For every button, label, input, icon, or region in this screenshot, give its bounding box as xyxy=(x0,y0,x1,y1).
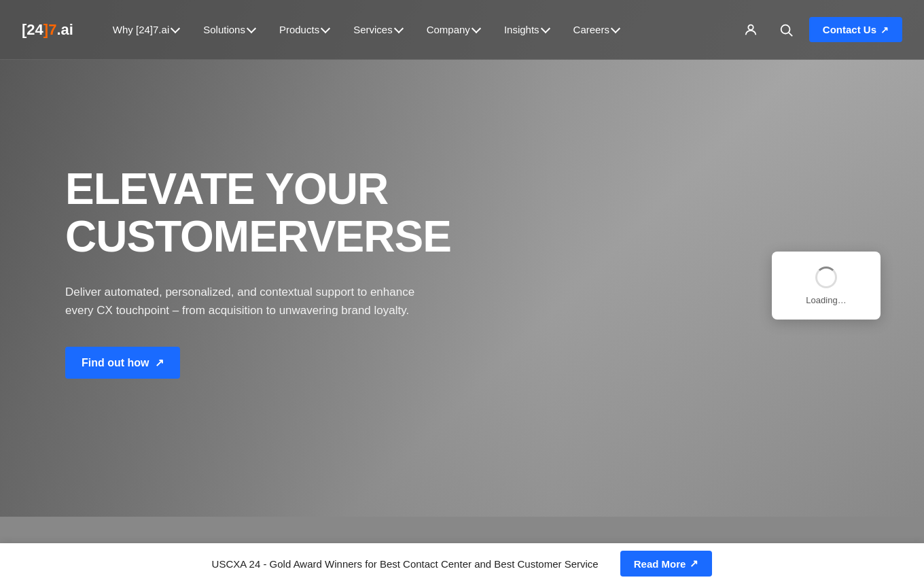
logo-ai: .ai xyxy=(56,21,73,39)
nav-item-services[interactable]: Services xyxy=(341,0,414,60)
arrow-icon: ↗ xyxy=(690,557,698,570)
search-icon xyxy=(779,22,794,37)
logo[interactable]: [ 24 ]7 .ai xyxy=(22,21,73,39)
nav-item-careers[interactable]: Careers xyxy=(561,0,631,60)
chevron-down-icon xyxy=(541,24,550,33)
nav-item-solutions[interactable]: Solutions xyxy=(191,0,267,60)
chevron-down-icon xyxy=(394,24,404,33)
hero-title: ELEVATE YOUR CUSTOMERVERSE xyxy=(65,165,451,261)
nav-actions: Contact Us ↗ xyxy=(739,17,902,42)
svg-line-2 xyxy=(789,33,792,36)
hero-section: ELEVATE YOUR CUSTOMERVERSE Deliver autom… xyxy=(0,0,924,517)
logo-24: 24 xyxy=(26,21,43,39)
read-more-button[interactable]: Read More ↗ xyxy=(620,551,713,577)
search-button[interactable] xyxy=(774,18,798,42)
logo-7: ]7 xyxy=(43,21,57,39)
loading-text: Loading… xyxy=(806,295,846,305)
chevron-down-icon xyxy=(472,24,481,33)
logo-bracket-open: [ xyxy=(22,21,26,39)
user-icon xyxy=(743,22,758,37)
nav-item-products[interactable]: Products xyxy=(267,0,341,60)
find-out-how-button[interactable]: Find out how ↗ xyxy=(65,347,180,379)
loading-card: Loading… xyxy=(772,252,881,320)
user-button[interactable] xyxy=(739,18,763,42)
chevron-down-icon xyxy=(321,24,330,33)
arrow-icon: ↗ xyxy=(155,356,164,369)
banner-text: USCXA 24 - Gold Award Winners for Best C… xyxy=(212,558,599,570)
nav-item-why[interactable]: Why [24]7.ai xyxy=(101,0,191,60)
nav-links: Why [24]7.ai Solutions Products Services… xyxy=(101,0,739,60)
arrow-icon: ↗ xyxy=(881,24,889,35)
hero-content: ELEVATE YOUR CUSTOMERVERSE Deliver autom… xyxy=(0,165,451,379)
svg-point-0 xyxy=(748,24,753,29)
contact-us-button[interactable]: Contact Us ↗ xyxy=(809,17,902,42)
chevron-down-icon xyxy=(247,24,256,33)
loading-spinner xyxy=(815,267,837,288)
bottom-banner: USCXA 24 - Gold Award Winners for Best C… xyxy=(0,543,924,584)
nav-item-insights[interactable]: Insights xyxy=(492,0,561,60)
chevron-down-icon xyxy=(171,24,180,33)
hero-subtitle: Deliver automated, personalized, and con… xyxy=(65,283,446,320)
nav-item-company[interactable]: Company xyxy=(414,0,492,60)
main-nav: [ 24 ]7 .ai Why [24]7.ai Solutions Produ… xyxy=(0,0,924,60)
chevron-down-icon xyxy=(611,24,620,33)
svg-point-1 xyxy=(781,24,789,33)
